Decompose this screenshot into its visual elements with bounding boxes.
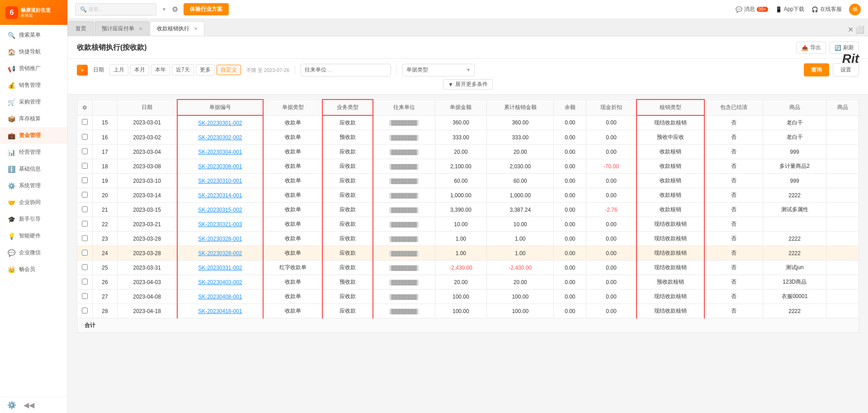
cell-checkbox[interactable] <box>77 159 93 174</box>
tab-close-all-icon[interactable]: ✕ <box>848 25 854 34</box>
messages-item[interactable]: 💬 消息 99+ <box>736 5 768 13</box>
unit-filter-input[interactable]: 往来单位 ... <box>301 64 391 76</box>
expand-more-row: ▼ 展开更多条件 <box>77 76 859 90</box>
sidebar-item-finance[interactable]: 💼 资金管理 <box>0 127 67 144</box>
topbar-chevron-icon[interactable]: ▼ <box>162 7 166 12</box>
bill-no-link[interactable]: SK-20230304-001 <box>198 149 242 155</box>
sidebar-item-operations[interactable]: 📊 经营管理 <box>0 144 67 161</box>
cell-no: 17 <box>93 145 118 159</box>
sidebar-item-hardware[interactable]: 💡 智能硬件 <box>0 228 67 244</box>
refresh-icon: 🔄 <box>835 45 841 51</box>
search-placeholder: 搜索... <box>89 6 103 13</box>
topbar-search[interactable]: 🔍 搜索... <box>75 3 156 16</box>
cell-checkbox[interactable] <box>77 217 93 232</box>
cell-no: 20 <box>93 188 118 203</box>
sidebar-item-inventory[interactable]: 📦 库存核算 <box>0 110 67 127</box>
th-gear[interactable]: ⚙ <box>77 100 93 115</box>
bill-no-link[interactable]: SK-20230302-002 <box>198 134 242 141</box>
cell-balance: 0.00 <box>554 145 586 159</box>
bill-no-link[interactable]: SK-20230308-001 <box>198 163 242 170</box>
cell-date: 2023-03-02 <box>117 130 177 145</box>
solution-button[interactable]: 体验行业方案 <box>184 3 229 15</box>
messages-badge: 99+ <box>757 7 768 12</box>
sidebar-item-corp[interactable]: 🤝 企业协同 <box>0 194 67 211</box>
bill-no-link[interactable]: SK-20230310-001 <box>198 178 242 184</box>
bill-no-link[interactable]: SK-20230315-002 <box>198 207 242 213</box>
last-month-button[interactable]: 上月 <box>109 64 128 76</box>
cell-date: 2023-03-04 <box>117 145 177 159</box>
cell-checkbox[interactable] <box>77 261 93 275</box>
sidebar-item-search[interactable]: 🔍 搜索菜单 <box>0 27 67 43</box>
cell-checkbox[interactable] <box>77 145 93 159</box>
tab-prepay[interactable]: 预计应应付单 ✕ <box>95 21 149 36</box>
table-area: ⚙ 日期 单据编号 单据类型 业务类型 往来单位 单据金额 累计核销金额 余额 … <box>68 99 868 413</box>
cell-cash-discount: 0.00 <box>586 115 637 130</box>
table-row: 23 2023-03-28 SK-20230328-001 收款单 应收款 ██… <box>77 232 859 246</box>
cell-bill-type: 收款单 <box>263 159 322 174</box>
sidebar-item-label-newbie: 新手引导 <box>19 215 41 223</box>
sidebar: 6 畅康道好生意 标推版 🔍 搜索菜单 🏠 快捷导航 📢 营销推广 💰 销售管理… <box>0 0 68 413</box>
bill-no-link[interactable]: SK-20230408-001 <box>198 294 242 300</box>
cell-checkbox[interactable] <box>77 174 93 188</box>
bill-no-link[interactable]: SK-20230328-001 <box>198 236 242 242</box>
tab-maximize-icon[interactable]: ⬜ <box>855 25 864 34</box>
bill-no-link[interactable]: SK-20230328-002 <box>198 250 242 256</box>
bill-type-filter[interactable]: 单据类型 ▼ <box>402 64 475 76</box>
th-include-cleared: 包含已结清 <box>704 100 763 115</box>
cell-checkbox[interactable] <box>77 203 93 217</box>
expand-more-button[interactable]: ▼ 展开更多条件 <box>443 79 493 90</box>
collapse-icon[interactable]: ◀◀ <box>24 401 34 409</box>
cell-verify-type: 现结收款核销 <box>637 217 704 232</box>
bill-no-link[interactable]: SK-20230301-002 <box>198 120 242 126</box>
sidebar-item-newbie[interactable]: 🎓 新手引导 <box>0 211 67 228</box>
cell-checkbox[interactable] <box>77 246 93 261</box>
avatar[interactable]: 畅 <box>849 4 861 15</box>
sidebar-item-quicknav[interactable]: 🏠 快捷导航 <box>0 43 67 60</box>
bill-no-link[interactable]: SK-20230403-002 <box>198 279 242 285</box>
bill-no-link[interactable]: SK-20230321-003 <box>198 221 242 228</box>
cell-checkbox[interactable] <box>77 290 93 304</box>
app-item[interactable]: 📱 App下载 <box>775 5 804 13</box>
cell-checkbox[interactable] <box>77 115 93 130</box>
cell-amount: 2,100.00 <box>435 159 486 174</box>
cell-checkbox[interactable] <box>77 188 93 203</box>
this-year-button[interactable]: 本年 <box>151 64 170 76</box>
last-7days-button[interactable]: 近7天 <box>172 64 194 76</box>
cell-biz-type: 应收款 <box>322 145 373 159</box>
sidebar-item-marketing[interactable]: 📢 营销推广 <box>0 60 67 77</box>
bill-no-link[interactable]: SK-20230418-001 <box>198 308 242 314</box>
table-row: 24 2023-03-28 SK-20230328-002 收款单 应收款 ██… <box>77 246 859 261</box>
cell-balance: 0.00 <box>554 130 586 145</box>
collect-tab-close-icon[interactable]: ✕ <box>194 26 198 31</box>
cell-checkbox[interactable] <box>77 232 93 246</box>
sidebar-item-basic[interactable]: ℹ️ 基础信息 <box>0 161 67 177</box>
sidebar-logo: 6 畅康道好生意 标推版 <box>0 0 67 25</box>
cell-checkbox[interactable] <box>77 304 93 318</box>
cell-checkbox[interactable] <box>77 275 93 290</box>
sidebar-item-system[interactable]: ⚙️ 系统管理 <box>0 177 67 194</box>
bill-no-link[interactable]: SK-20230314-001 <box>198 192 242 199</box>
service-item[interactable]: 🎧 在线客服 <box>811 5 842 13</box>
cell-include-cleared: 否 <box>704 115 763 130</box>
filter-expand-button[interactable]: » <box>77 65 88 76</box>
tab-home[interactable]: 首页 <box>68 21 94 36</box>
bill-no-link[interactable]: SK-20230331-002 <box>198 265 242 271</box>
topbar-gear-icon[interactable]: ⚙ <box>172 5 178 14</box>
this-month-button[interactable]: 本月 <box>130 64 149 76</box>
cell-checkbox[interactable] <box>77 130 93 145</box>
sidebar-item-sales[interactable]: 💰 销售管理 <box>0 77 67 94</box>
more-date-button[interactable]: 更多 <box>196 64 215 76</box>
custom-date-button[interactable]: 自定义 <box>217 65 241 75</box>
main-area: 🔍 搜索... ▼ ⚙ 体验行业方案 💬 消息 99+ 📱 App下载 🎧 在线… <box>68 0 868 413</box>
query-button[interactable]: 查询 <box>804 63 829 76</box>
table-row: 17 2023-03-04 SK-20230304-001 收款单 应收款 ██… <box>77 145 859 159</box>
settings-icon[interactable]: ⚙️ <box>7 401 16 409</box>
sidebar-item-wechat[interactable]: 💬 企业微信 <box>0 244 67 261</box>
tab-collect[interactable]: 收款核销执行 ✕ <box>150 21 204 36</box>
export-button[interactable]: 📤 导出 <box>797 42 826 54</box>
sidebar-item-member[interactable]: 👑 畅会员 <box>0 261 67 278</box>
sidebar-item-label-sales: 销售管理 <box>19 81 41 89</box>
prepay-tab-close-icon[interactable]: ✕ <box>139 26 142 31</box>
sidebar-item-purchase[interactable]: 🛒 采购管理 <box>0 94 67 110</box>
cell-bill-no: SK-20230331-002 <box>177 261 264 275</box>
